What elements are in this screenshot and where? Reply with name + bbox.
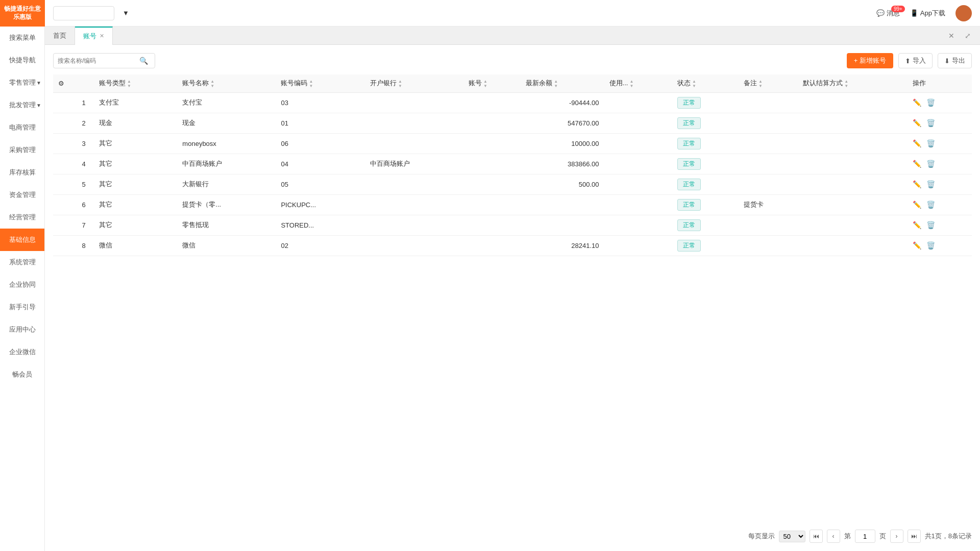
row-remark xyxy=(739,133,798,154)
main-area: ▼ 💬 消息 99+ 📱 App下载 首页 账号 ✕ ✕ ⤢ xyxy=(45,0,980,551)
delete-icon[interactable]: 🗑️ xyxy=(926,180,935,188)
sidebar-item-ecommerce-mgmt[interactable]: 电商管理 xyxy=(0,116,44,139)
sidebar-item-enterprise-wechat[interactable]: 企业微信 xyxy=(0,341,44,363)
sidebar-item-sys-mgmt[interactable]: 系统管理 xyxy=(0,251,44,273)
import-button[interactable]: ⬆ 导入 xyxy=(898,53,933,68)
table-body: 1 支付宝 支付宝 03 -90444.00 正常 ✏️ 🗑️ 2 现金 现金 … xyxy=(53,92,972,256)
delete-icon[interactable]: 🗑️ xyxy=(926,241,935,249)
col-default-settlement[interactable]: 默认结算方式▲▼ xyxy=(798,74,908,92)
sidebar-item-purchase-mgmt[interactable]: 采购管理 xyxy=(0,139,44,161)
sidebar-item-search-menu[interactable]: 搜索菜单 xyxy=(0,27,44,49)
col-account-code[interactable]: 账号编码▲▼ xyxy=(276,74,365,92)
row-account-code: PICKUPC... xyxy=(276,194,365,215)
add-account-button[interactable]: + 新增账号 xyxy=(847,53,893,68)
sidebar-item-basic-info[interactable]: 基础信息 xyxy=(0,229,44,251)
app-icon: 📱 xyxy=(910,9,918,17)
topbar-dropdown[interactable]: ▼ xyxy=(120,9,129,17)
edit-icon[interactable]: ✏️ xyxy=(913,160,921,168)
sidebar-item-operation-mgmt[interactable]: 经营管理 xyxy=(0,206,44,229)
col-account-type[interactable]: 账号类型▲▼ xyxy=(94,74,177,92)
close-tab-icon[interactable]: ✕ xyxy=(945,30,958,42)
col-account-no[interactable]: 账号▲▼ xyxy=(463,74,521,92)
col-remark[interactable]: 备注▲▼ xyxy=(739,74,798,92)
edit-icon[interactable]: ✏️ xyxy=(913,180,921,188)
col-status[interactable]: 状态▲▼ xyxy=(672,74,739,92)
first-page-button[interactable]: ⏮ xyxy=(810,530,823,543)
table-row: 3 其它 moneybosx 06 10000.00 正常 ✏️ 🗑️ xyxy=(53,133,972,154)
row-default-settlement xyxy=(798,113,908,133)
last-page-button[interactable]: ⏭ xyxy=(908,530,921,543)
row-usage xyxy=(604,174,673,194)
row-default-settlement xyxy=(798,235,908,256)
col-latest-balance[interactable]: 最新余额▲▼ xyxy=(521,74,604,92)
next-page-button[interactable]: › xyxy=(890,530,903,543)
sort-icons: ▲▼ xyxy=(309,79,313,88)
row-account-name: 零售抵现 xyxy=(177,215,276,235)
row-remark xyxy=(739,92,798,113)
maximize-icon[interactable]: ⤢ xyxy=(962,30,974,42)
row-gear xyxy=(53,113,74,133)
close-icon[interactable]: ✕ xyxy=(100,33,104,39)
col-account-name[interactable]: 账号名称▲▼ xyxy=(177,74,276,92)
export-button[interactable]: ⬇ 导出 xyxy=(938,53,972,68)
edit-icon[interactable]: ✏️ xyxy=(913,221,921,229)
row-account-no xyxy=(463,113,521,133)
col-usage[interactable]: 使用...▲▼ xyxy=(604,74,673,92)
sort-icons: ▲▼ xyxy=(127,79,131,88)
row-gear xyxy=(53,133,74,154)
row-account-no xyxy=(463,92,521,113)
sidebar-item-wholesale-mgmt[interactable]: 批发管理▼ xyxy=(0,94,44,116)
row-action: ✏️ 🗑️ xyxy=(908,113,972,133)
message-button[interactable]: 💬 消息 99+ xyxy=(876,9,900,18)
edit-icon[interactable]: ✏️ xyxy=(913,119,921,127)
sidebar-item-retail-mgmt[interactable]: 零售管理▼ xyxy=(0,71,44,94)
edit-icon[interactable]: ✏️ xyxy=(913,241,921,249)
prev-page-button[interactable]: ‹ xyxy=(827,530,840,543)
sidebar-item-quick-nav[interactable]: 快捷导航 xyxy=(0,49,44,71)
edit-icon[interactable]: ✏️ xyxy=(913,201,921,209)
logo: 畅捷通好生意乐惠版 xyxy=(0,0,45,27)
sort-icons: ▲▼ xyxy=(398,79,402,88)
row-latest-balance: -90444.00 xyxy=(521,92,604,113)
tab-home[interactable]: 首页 xyxy=(45,27,75,45)
app-download-button[interactable]: 📱 App下载 xyxy=(910,9,945,18)
row-action: ✏️ 🗑️ xyxy=(908,194,972,215)
col-action: 操作 xyxy=(908,74,972,92)
chevron-down-icon: ▼ xyxy=(36,80,41,86)
tab-account[interactable]: 账号 ✕ xyxy=(75,27,113,45)
status-badge: 正常 xyxy=(677,138,701,149)
topbar-left: ▼ xyxy=(53,6,129,20)
sidebar-item-enterprise-agreement[interactable]: 企业协同 xyxy=(0,273,44,296)
delete-icon[interactable]: 🗑️ xyxy=(926,201,935,209)
delete-icon[interactable]: 🗑️ xyxy=(926,139,935,147)
edit-icon[interactable]: ✏️ xyxy=(913,139,921,147)
avatar[interactable] xyxy=(955,5,972,21)
sidebar-item-new-guide[interactable]: 新手引导 xyxy=(0,296,44,318)
page-label: 第 xyxy=(844,532,851,541)
sidebar-item-app-center[interactable]: 应用中心 xyxy=(0,318,44,341)
sidebar-item-member[interactable]: 畅会员 xyxy=(0,363,44,386)
row-account-no xyxy=(463,194,521,215)
per-page-select[interactable]: 50 20 100 xyxy=(779,531,805,542)
sidebar-item-inventory-mgmt[interactable]: 库存核算 xyxy=(0,161,44,184)
search-input[interactable] xyxy=(58,57,139,64)
edit-icon[interactable]: ✏️ xyxy=(913,98,921,107)
status-badge: 正常 xyxy=(677,199,701,211)
sidebar-item-capital-mgmt[interactable]: 资金管理 xyxy=(0,184,44,206)
row-latest-balance: 383866.00 xyxy=(521,154,604,174)
row-default-settlement xyxy=(798,154,908,174)
delete-icon[interactable]: 🗑️ xyxy=(926,98,935,107)
row-index: 5 xyxy=(74,174,94,194)
sort-icons: ▲▼ xyxy=(692,79,696,88)
delete-icon[interactable]: 🗑️ xyxy=(926,160,935,168)
col-open-bank[interactable]: 开户银行▲▼ xyxy=(365,74,463,92)
delete-icon[interactable]: 🗑️ xyxy=(926,221,935,229)
topbar-search-input[interactable] xyxy=(53,6,114,20)
gear-icon: ⚙ xyxy=(58,80,64,87)
message-icon: 💬 xyxy=(876,9,885,17)
delete-icon[interactable]: 🗑️ xyxy=(926,119,935,127)
content-area: 🔍 + 新增账号 ⬆ 导入 ⬇ 导出 ⚙ xyxy=(45,45,980,551)
col-gear[interactable]: ⚙ xyxy=(53,74,74,92)
row-open-bank xyxy=(365,92,463,113)
page-input[interactable] xyxy=(855,530,875,543)
